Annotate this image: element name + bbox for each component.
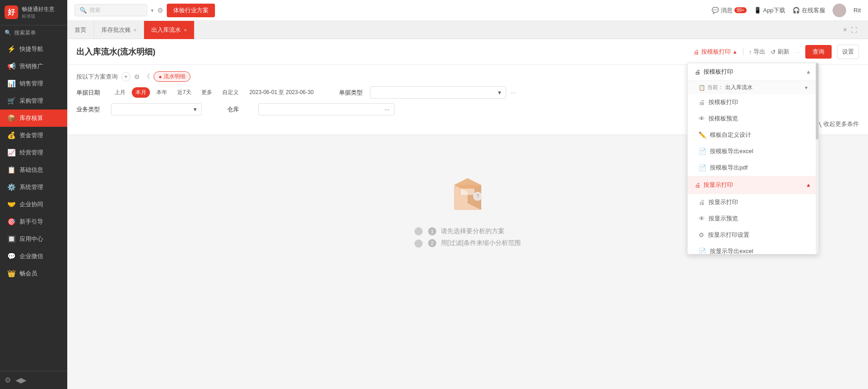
refresh-button[interactable]: ↺ 刷新 xyxy=(771,48,789,56)
tab-expand-icon[interactable]: ⛶ xyxy=(851,26,857,34)
topbar-search-box[interactable]: 🔍 搜索 xyxy=(75,4,147,16)
sidebar-item-collab[interactable]: 🤝 企业协同 xyxy=(0,196,67,213)
tab-in-out-flow-close[interactable]: × xyxy=(184,27,186,33)
topbar-right: 💬 消息 99+ 📱 App下载 🎧 在线客服 Rit xyxy=(712,4,861,17)
empty-hints-list: 1 请先选择要分析的方案 2 用[过滤]条件来缩小分析范围 xyxy=(414,227,521,251)
date-more[interactable]: 更多 xyxy=(198,87,216,98)
dropdown-display-print-settings[interactable]: ⚙ 按显示打印设置 xyxy=(688,227,818,243)
warehouse-more-btn[interactable]: ··· xyxy=(384,106,389,113)
user-avatar[interactable] xyxy=(833,4,846,17)
display-print-section-label: 按显示打印 xyxy=(703,181,733,189)
template-print-button[interactable]: 🖨 按模板打印 ▲ xyxy=(693,48,738,56)
sidebar-bottom: ⚙ ◀▶ xyxy=(0,371,67,389)
app-download-button[interactable]: 📱 App下载 xyxy=(754,6,785,15)
current-template-name: 出入库流水 xyxy=(725,84,753,91)
business-type-select[interactable]: ▾ xyxy=(111,103,202,115)
date-current-year[interactable]: 本年 xyxy=(153,87,171,98)
dropdown-display-export-excel[interactable]: 📄 按显示导出excel xyxy=(688,243,818,254)
sidebar-item-corp-wechat[interactable]: 💬 企业微信 xyxy=(0,248,67,265)
filter-add-button[interactable]: + xyxy=(121,72,130,81)
sidebar-item-purchase[interactable]: 🛒 采购管理 xyxy=(0,92,67,110)
export-button[interactable]: ↑ 导出 xyxy=(749,48,766,56)
sidebar-search[interactable]: 🔍 搜索菜单 xyxy=(0,25,67,40)
display-preview-label: 按显示预览 xyxy=(708,214,738,223)
tab-home[interactable]: 首页 xyxy=(75,21,94,39)
template-excel-label: 按模板导出excel xyxy=(710,147,753,155)
export-icon: ↑ xyxy=(749,49,752,55)
filter-settings-icon[interactable]: ⚙ xyxy=(134,73,140,80)
scrollbar-track[interactable] xyxy=(816,63,818,254)
sidebar: 好 畅捷通好生意 标准版 🔍 搜索菜单 ⚡ 快捷导航 📢 营销推广 📊 销售管理… xyxy=(0,0,67,389)
collapse-more-button[interactable]: ⋀ 收起更多条件 xyxy=(817,120,859,128)
template-print-section-header[interactable]: 🖨 按模板打印 ▲ xyxy=(688,63,818,81)
date-last-7-days[interactable]: 近7天 xyxy=(174,87,195,98)
voucher-type-select[interactable]: ▾ xyxy=(370,86,506,99)
member-icon: 👑 xyxy=(7,269,16,278)
date-range-display: 2023-06-01 至 2023-06-30 xyxy=(249,89,314,96)
tab-close-icon[interactable]: × xyxy=(843,26,847,34)
sidebar-item-system[interactable]: ⚙️ 系统管理 xyxy=(0,179,67,196)
sidebar-item-app-center[interactable]: 🔲 应用中心 xyxy=(0,230,67,248)
template-print-chevron-up: ▲ xyxy=(733,49,738,55)
sidebar-item-label: 基础信息 xyxy=(20,166,43,174)
warehouse-select[interactable]: ··· xyxy=(258,103,394,115)
sidebar-item-basic[interactable]: 📋 基础信息 xyxy=(0,161,67,179)
sidebar-item-operations[interactable]: 📈 经营管理 xyxy=(0,144,67,161)
voucher-more-btn[interactable]: ··· xyxy=(511,89,516,96)
sidebar-settings-btn[interactable]: ⚙ xyxy=(5,376,11,384)
tabs-right-controls: × ⛶ xyxy=(195,26,861,34)
sidebar-item-inventory[interactable]: 📦 库存核算 xyxy=(0,110,67,127)
template-pdf-icon: 📄 xyxy=(698,164,706,171)
tab-batch-account[interactable]: 库存批次账 × xyxy=(94,21,144,39)
sidebar-item-quick-nav[interactable]: ⚡ 快捷导航 xyxy=(0,40,67,58)
filter-tag[interactable]: ● 流水明细 xyxy=(154,71,190,82)
tab-in-out-flow[interactable]: 出入库流水 × xyxy=(144,21,194,39)
divider xyxy=(743,48,743,55)
filter-collapse-icon[interactable]: 《 xyxy=(144,73,150,81)
app-center-icon: 🔲 xyxy=(7,235,16,243)
system-icon: ⚙️ xyxy=(7,183,16,191)
industry-solution-button[interactable]: 体验行业方案 xyxy=(167,4,215,17)
display-printer-icon: 🖨 xyxy=(695,182,701,189)
current-template-row: 📋 当前： 出入库流水 ▾ xyxy=(688,81,818,94)
sidebar-item-member[interactable]: 👑 畅会员 xyxy=(0,265,67,282)
sidebar-item-guide[interactable]: 🎯 新手引导 xyxy=(0,213,67,230)
basic-icon: 📋 xyxy=(7,166,16,174)
voucher-type-label: 单据类型 xyxy=(339,89,366,97)
dropdown-display-print[interactable]: 🖨 按显示打印 xyxy=(688,194,818,210)
dropdown-template-preview[interactable]: 👁 按模板预览 xyxy=(688,110,818,127)
dropdown-template-export-excel[interactable]: 📄 按模板导出excel xyxy=(688,143,818,160)
settings-button[interactable]: 设置 xyxy=(837,45,859,59)
date-current-month[interactable]: 本月 xyxy=(132,87,150,98)
hint-item-2: 2 用[过滤]条件来缩小分析范围 xyxy=(414,239,521,247)
dropdown-display-preview[interactable]: 👁 按显示预览 xyxy=(688,210,818,227)
online-service-button[interactable]: 🎧 在线客服 xyxy=(793,6,825,15)
collab-icon: 🤝 xyxy=(7,200,16,209)
sidebar-collapse-btn[interactable]: ◀▶ xyxy=(15,376,26,384)
sidebar-item-finance[interactable]: 💰 资金管理 xyxy=(0,127,67,144)
svg-text:?: ? xyxy=(476,193,479,199)
dropdown-template-print[interactable]: 🖨 按模板打印 xyxy=(688,94,818,110)
export-label: 导出 xyxy=(753,48,765,56)
date-options: 上月 本月 本年 近7天 更多 自定义 xyxy=(111,87,242,98)
dropdown-template-export-pdf[interactable]: 📄 按模板导出pdf xyxy=(688,160,818,176)
template-preview-label: 按模板预览 xyxy=(708,115,738,123)
topbar-chevron-icon[interactable]: ▾ xyxy=(151,7,154,14)
current-chevron: ▾ xyxy=(805,85,808,91)
topbar: 🔍 搜索 ▾ ⚙ 体验行业方案 💬 消息 99+ 📱 App下载 🎧 在线客服 … xyxy=(67,0,868,21)
topbar-gear-icon[interactable]: ⚙ xyxy=(157,6,163,15)
query-button[interactable]: 查询 xyxy=(805,45,832,59)
sidebar-item-sales[interactable]: 📊 销售管理 xyxy=(0,75,67,92)
search-label: 搜索菜单 xyxy=(14,29,36,37)
date-custom[interactable]: 自定义 xyxy=(219,87,242,98)
dropdown-template-custom[interactable]: ✏️ 模板自定义设计 xyxy=(688,127,818,143)
action-ellipsis[interactable]: ··· xyxy=(795,49,800,55)
service-label: 在线客服 xyxy=(802,6,825,15)
dropdown-scroll-area: 🖨 按模板打印 ▲ 📋 当前： 出入库流水 ▾ 🖨 按模板打印 xyxy=(688,63,818,254)
date-prev-month[interactable]: 上月 xyxy=(111,87,129,98)
purchase-icon: 🛒 xyxy=(7,97,16,105)
sidebar-item-marketing[interactable]: 📢 营销推广 xyxy=(0,58,67,75)
message-button[interactable]: 💬 消息 99+ xyxy=(712,6,747,15)
display-print-section-header[interactable]: 🖨 按显示打印 ▲ xyxy=(688,176,818,194)
tab-batch-account-close[interactable]: × xyxy=(134,27,136,33)
